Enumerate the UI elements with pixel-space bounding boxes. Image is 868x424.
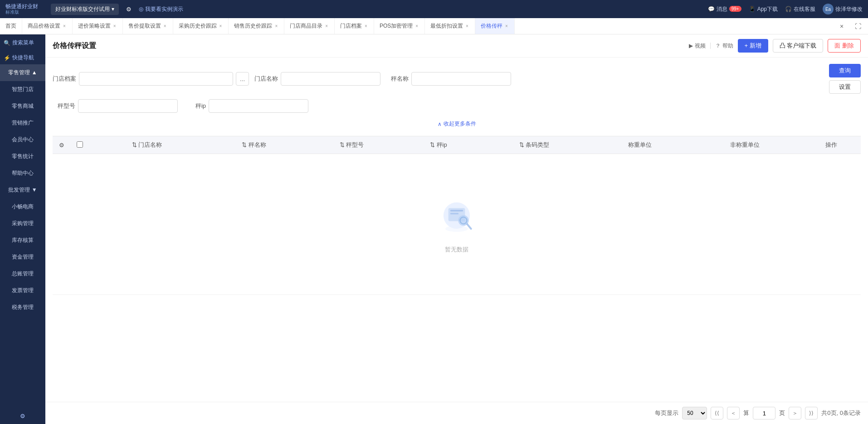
tab-pos-management[interactable]: POS加密管理 × xyxy=(374,18,425,34)
sidebar-search[interactable]: 🔍 搜索菜单 xyxy=(0,34,45,51)
tab-sales-history-close[interactable]: × xyxy=(274,23,278,29)
tab-store-file[interactable]: 门店档案 × xyxy=(335,18,374,34)
sidebar-item-smart-store[interactable]: 智慧门店 xyxy=(0,81,45,98)
sidebar-item-general-ledger-label: 总账管理 xyxy=(12,270,34,278)
sidebar-settings-button[interactable]: ⚙ xyxy=(0,408,45,424)
sidebar-item-inventory-label: 库存核算 xyxy=(12,236,34,244)
online-service-button[interactable]: 🎧 在线客服 xyxy=(785,5,815,13)
th-scale-ip[interactable]: ⇅ 秤ip xyxy=(401,136,477,154)
demo-button[interactable]: ◎ 我要看实例演示 xyxy=(139,5,183,13)
store-name-input[interactable] xyxy=(281,72,380,86)
help-link[interactable]: ？ 帮助 xyxy=(715,42,733,50)
messages-label: 消息 xyxy=(717,5,727,13)
tab-store-file-close[interactable]: × xyxy=(364,23,368,29)
form-row-1: 门店档案 ... 门店名称 秤名称 xyxy=(53,64,861,94)
online-service-label: 在线客服 xyxy=(794,5,815,13)
sidebar-item-retail-mgmt[interactable]: 零售管理 ▲ xyxy=(0,64,45,81)
th-weight-unit: 称重单位 xyxy=(592,136,688,154)
user-info[interactable]: Ea 徐泽华修改 xyxy=(823,4,863,14)
tab-price-scale-label: 价格传秤 xyxy=(481,22,502,30)
th-store-name[interactable]: ⇅ 门店名称 xyxy=(89,136,205,154)
tab-price-settings[interactable]: 商品价格设置 × xyxy=(22,18,73,34)
tab-home[interactable]: 首页 xyxy=(0,18,22,34)
sidebar-item-invoice-mgmt[interactable]: 发票管理 xyxy=(0,282,45,299)
tab-purchase-history[interactable]: 采购历史价跟踪 × xyxy=(173,18,229,34)
svg-point-1 xyxy=(445,226,468,231)
tab-purchase-history-close[interactable]: × xyxy=(219,23,223,29)
sidebar-item-marketing[interactable]: 营销推广 xyxy=(0,115,45,131)
page-unit: 页 xyxy=(779,409,785,417)
tab-purchase-strategy[interactable]: 进价策略设置 × xyxy=(73,18,123,34)
tab-store-catalog-close[interactable]: × xyxy=(324,23,329,29)
query-button[interactable]: 查询 xyxy=(829,64,861,77)
sidebar-item-help-center[interactable]: 帮助中心 xyxy=(0,165,45,182)
nav-icon: ⚡ xyxy=(4,55,10,61)
app-download-button[interactable]: 📱 App下载 xyxy=(749,5,778,13)
tab-price-settings-label: 商品价格设置 xyxy=(28,22,60,30)
sidebar-item-retail-stats[interactable]: 零售统计 xyxy=(0,148,45,165)
last-page-button[interactable]: ⟩⟩ xyxy=(805,407,818,419)
th-settings[interactable]: ⚙ xyxy=(53,136,71,154)
version-label: 好业财标准版交付试用 xyxy=(55,5,110,13)
collapse-button[interactable]: ∧ 收起更多条件 xyxy=(438,118,476,130)
tab-price-scale-close[interactable]: × xyxy=(504,23,509,29)
sidebar-item-tax-mgmt[interactable]: 税务管理 xyxy=(0,299,45,316)
store-file-input[interactable] xyxy=(79,72,233,86)
delete-button[interactable]: 面 删除 xyxy=(828,39,861,53)
table-container: ⚙ ⇅ 门店名称 ⇅ 秤名称 ⇅ 秤型号 xyxy=(45,136,868,402)
next-page-button[interactable]: ＞ xyxy=(789,407,801,419)
page-size-select[interactable]: 10 20 50 100 xyxy=(682,407,707,419)
th-checkbox xyxy=(71,136,89,154)
page-title: 价格传秤设置 xyxy=(53,41,96,51)
tab-price-settings-close[interactable]: × xyxy=(62,23,67,29)
sidebar-item-finance[interactable]: 资金管理 xyxy=(0,249,45,265)
video-link[interactable]: ▶ 视频 xyxy=(689,42,706,50)
tab-pos-management-close[interactable]: × xyxy=(414,23,419,29)
messages-button[interactable]: 💬 消息 99+ xyxy=(708,5,741,13)
tab-min-discount-close[interactable]: × xyxy=(465,23,469,29)
messages-badge: 99+ xyxy=(729,6,741,12)
sidebar-item-xiaochangec[interactable]: 小畅电商 xyxy=(0,198,45,215)
add-button[interactable]: + 新增 xyxy=(738,39,768,53)
sidebar-item-general-ledger[interactable]: 总账管理 xyxy=(0,265,45,282)
version-selector[interactable]: 好业财标准版交付试用 ▾ xyxy=(51,4,119,15)
scale-name-input[interactable] xyxy=(411,72,511,86)
th-scale-name[interactable]: ⇅ 秤名称 xyxy=(205,136,303,154)
sidebar-item-inventory[interactable]: 库存核算 xyxy=(0,232,45,249)
th-barcode-type[interactable]: ⇅ 条码类型 xyxy=(476,136,592,154)
svg-line-6 xyxy=(467,224,471,229)
store-file-ellipsis-button[interactable]: ... xyxy=(236,72,249,86)
sidebar-item-member-center[interactable]: 会员中心 xyxy=(0,131,45,148)
version-settings-button[interactable]: ⚙ xyxy=(122,3,135,15)
store-file-label: 门店档案 xyxy=(53,75,76,83)
first-page-button[interactable]: ⟨⟨ xyxy=(711,407,723,419)
select-all-checkbox[interactable] xyxy=(77,141,83,148)
tab-price-scale[interactable]: 价格传秤 × xyxy=(475,18,515,34)
sidebar-item-wholesale-mgmt[interactable]: 批发管理 ▼ xyxy=(0,182,45,198)
sidebar-item-purchase-mgmt[interactable]: 采购管理 xyxy=(0,215,45,232)
prev-page-button[interactable]: ＜ xyxy=(727,407,740,419)
scale-ip-input[interactable] xyxy=(209,99,308,113)
tab-purchase-strategy-close[interactable]: × xyxy=(112,23,117,29)
download-button[interactable]: 凸 客户端下载 xyxy=(773,39,824,53)
tab-store-catalog[interactable]: 门店商品目录 × xyxy=(284,18,335,34)
gear-icon: ⚙ xyxy=(126,6,132,13)
page-number-input[interactable] xyxy=(753,407,775,419)
empty-state-cell: 暂无数据 xyxy=(53,154,861,295)
settings-button[interactable]: 设置 xyxy=(829,80,861,94)
sidebar-item-retail-mall[interactable]: 零售商城 xyxy=(0,98,45,115)
tab-min-discount[interactable]: 最低折扣设置 × xyxy=(425,18,475,34)
tab-expand-button[interactable]: ⛶ xyxy=(852,20,864,33)
tab-sales-history[interactable]: 销售历史价跟踪 × xyxy=(229,18,284,34)
user-initials: Ea xyxy=(825,7,831,12)
tab-close-all-button[interactable]: × xyxy=(835,20,848,33)
app-edition: 标准版 xyxy=(5,10,38,15)
sidebar-item-wholesale-mgmt-label: 批发管理 ▼ xyxy=(8,186,37,194)
divider-1 xyxy=(710,43,711,49)
tab-sale-extract[interactable]: 售价提取设置 × xyxy=(123,18,173,34)
sidebar-quick-nav[interactable]: ⚡ 快捷导航 xyxy=(0,51,45,64)
th-scale-model[interactable]: ⇅ 秤型号 xyxy=(303,136,401,154)
tab-sale-extract-close[interactable]: × xyxy=(163,23,167,29)
chevron-down-icon: ▾ xyxy=(112,6,114,12)
scale-model-input[interactable] xyxy=(78,99,178,113)
